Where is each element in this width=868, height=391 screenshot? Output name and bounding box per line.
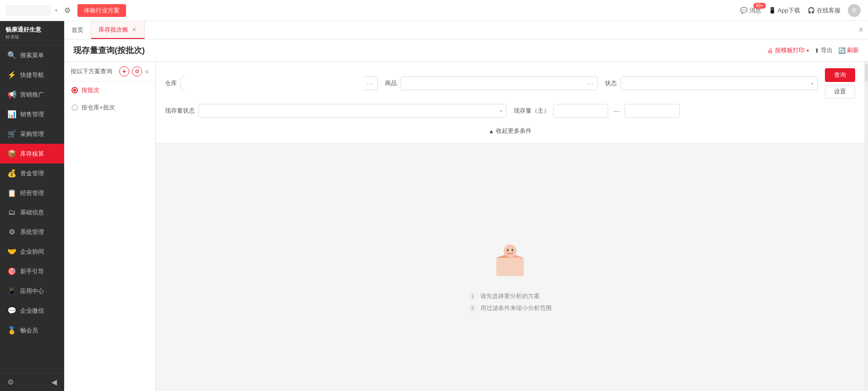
- topbar-gear-icon[interactable]: ⚙: [61, 4, 74, 17]
- tab-bar-close[interactable]: ×: [854, 21, 868, 39]
- qty-from-input[interactable]: [557, 108, 604, 114]
- sidebar-item-enterprise[interactable]: 🤝 企业协同: [0, 242, 64, 261]
- sidebar-item-basic[interactable]: 🗂 基础信息: [0, 203, 64, 222]
- sales-icon: 📊: [7, 110, 16, 119]
- svg-point-5: [511, 249, 513, 251]
- app-download-btn[interactable]: 📱 App下载: [769, 6, 800, 15]
- tab-bar: 首页 库存批次账 × ×: [64, 21, 868, 39]
- sidebar-label-purchase: 采购管理: [20, 130, 44, 138]
- inventory-qty-label: 现存量（主）: [514, 107, 549, 115]
- operations-icon: 📋: [7, 189, 16, 197]
- sidebar-label-sales: 销售管理: [20, 110, 44, 119]
- inventory-icon: 📦: [7, 149, 16, 158]
- form-row-2: 现存量状态 ▾ 现存量（主） —: [165, 104, 855, 118]
- page-header: 现存量查询(按批次) 🖨 按模板打印 ▾ ⬆ 导出 🔄 刷新: [64, 39, 868, 62]
- sidebar-label-finance: 资金管理: [20, 169, 44, 178]
- sidebar-item-wechat[interactable]: 💬 企业微信: [0, 301, 64, 320]
- sidebar-item-newuser[interactable]: 🎯 新手引导: [0, 261, 64, 281]
- dropdown-icon[interactable]: ▾: [55, 8, 57, 13]
- sidebar: 畅康通好生意 标准版 🔍 搜索菜单 ⚡ 快捷导航 📢 营销推广 📊 销售管理 🛒: [0, 21, 64, 391]
- page-close-icon[interactable]: ×: [858, 25, 863, 35]
- print-template-btn[interactable]: 🖨 按模板打印 ▾: [767, 46, 809, 54]
- newuser-icon: 🎯: [7, 267, 16, 276]
- empty-illustration: [487, 237, 533, 283]
- collapse-more-btn[interactable]: ▲ 收起更多条件: [165, 123, 855, 139]
- brand-name: 畅康通好生意: [5, 26, 59, 34]
- settings-button[interactable]: 设置: [825, 85, 855, 98]
- warehouse-label: 仓库: [165, 79, 177, 87]
- sidebar-item-operations[interactable]: 📋 经营管理: [0, 183, 64, 203]
- filter-panel: 按以下方案查询 + ⚙ « 按批次 按仓库+批次: [64, 62, 156, 391]
- svg-point-6: [505, 252, 508, 253]
- filter-scheme-by-warehouse-batch-label: 按仓库+批次: [82, 103, 115, 112]
- sidebar-item-system[interactable]: ⚙ 系统管理: [0, 222, 64, 242]
- right-scrollbar[interactable]: [864, 62, 868, 391]
- qty-from-wrapper[interactable]: [553, 104, 608, 118]
- messages-btn[interactable]: 💬 消息 99+: [740, 6, 761, 15]
- marketing-icon: 📢: [7, 90, 16, 99]
- search-menu-icon: 🔍: [7, 51, 16, 60]
- sidebar-label-operations: 经营管理: [20, 189, 44, 197]
- collapse-more-label: 收起更多条件: [496, 127, 532, 135]
- sidebar-item-inventory[interactable]: 📦 库存核算: [0, 144, 64, 163]
- right-content: 仓库 ··· 商品 ···: [156, 62, 864, 391]
- tab-home[interactable]: 首页: [64, 21, 91, 39]
- sidebar-label-system: 系统管理: [20, 228, 44, 236]
- inventory-status-select[interactable]: ▾: [198, 104, 506, 118]
- topbar-search[interactable]: [5, 5, 51, 16]
- tab-close-button[interactable]: ×: [131, 26, 137, 34]
- inventory-qty-field: 现存量（主） —: [514, 104, 855, 118]
- sidebar-label-marketing: 营销推广: [20, 91, 44, 99]
- filter-scheme-by-warehouse-batch[interactable]: 按仓库+批次: [64, 99, 155, 116]
- svg-point-4: [507, 249, 509, 251]
- sidebar-collapse-icon[interactable]: ◀: [51, 378, 57, 386]
- qty-to-wrapper[interactable]: [625, 104, 680, 118]
- goods-field: 商品 ···: [385, 76, 598, 90]
- search-input[interactable]: [10, 7, 47, 14]
- sidebar-item-purchase[interactable]: 🛒 采购管理: [0, 124, 64, 144]
- goods-input[interactable]: [405, 80, 585, 87]
- form-buttons: 查询 设置: [825, 68, 855, 98]
- filter-add-btn[interactable]: +: [119, 66, 129, 76]
- qty-to-input[interactable]: [629, 108, 676, 114]
- warehouse-input[interactable]: [185, 76, 365, 90]
- filter-panel-header: 按以下方案查询 + ⚙ «: [64, 62, 155, 81]
- query-button[interactable]: 查询: [825, 68, 855, 82]
- sidebar-settings-icon[interactable]: ⚙: [7, 378, 14, 386]
- sidebar-item-vip[interactable]: 🏅 畅会员: [0, 320, 64, 340]
- filter-settings-btn[interactable]: ⚙: [132, 66, 142, 76]
- status-caret-icon: ▾: [811, 81, 813, 86]
- refresh-label: 刷新: [847, 46, 859, 54]
- goods-dots[interactable]: ···: [587, 79, 593, 87]
- experience-button[interactable]: 体验行业方案: [77, 4, 126, 17]
- app-icon: 📱: [769, 7, 776, 14]
- export-btn[interactable]: ⬆ 导出: [814, 46, 833, 54]
- sidebar-label-search-menu: 搜索菜单: [20, 51, 44, 60]
- main-layout: 畅康通好生意 标准版 🔍 搜索菜单 ⚡ 快捷导航 📢 营销推广 📊 销售管理 🛒: [0, 21, 868, 391]
- filter-scheme-by-batch[interactable]: 按批次: [64, 81, 155, 99]
- online-service-btn[interactable]: 🎧 在线客服: [808, 6, 841, 15]
- tab-inventory-batch[interactable]: 库存批次账 ×: [91, 21, 145, 39]
- user-avatar[interactable]: R: [848, 4, 863, 17]
- refresh-btn[interactable]: 🔄 刷新: [838, 46, 859, 54]
- sidebar-item-sales[interactable]: 📊 销售管理: [0, 104, 64, 124]
- qty-divider: —: [612, 108, 621, 114]
- goods-label: 商品: [385, 79, 397, 87]
- sidebar-item-quick-nav[interactable]: ⚡ 快捷导航: [0, 65, 64, 85]
- inventory-status-caret-icon: ▾: [500, 109, 502, 114]
- sidebar-item-finance[interactable]: 💰 资金管理: [0, 163, 64, 183]
- sidebar-item-marketing[interactable]: 📢 营销推广: [0, 85, 64, 104]
- sidebar-label-quick-nav: 快捷导航: [20, 71, 44, 79]
- message-icon: 💬: [740, 7, 747, 14]
- warehouse-dots[interactable]: ···: [367, 79, 374, 87]
- topbar: ▾ ⚙ 体验行业方案 💬 消息 99+ 📱 App下载 🎧 在线客服 R: [0, 0, 868, 21]
- goods-input-wrapper[interactable]: ···: [401, 76, 598, 90]
- svg-rect-0: [496, 258, 524, 276]
- sidebar-item-search-menu[interactable]: 🔍 搜索菜单: [0, 45, 64, 65]
- filter-collapse-icon[interactable]: «: [145, 67, 149, 76]
- warehouse-input-wrapper[interactable]: ···: [181, 76, 378, 90]
- status-select[interactable]: ▾: [621, 76, 818, 90]
- radio-by-warehouse-batch: [71, 104, 78, 111]
- sidebar-item-appstore[interactable]: 📱 应用中心: [0, 281, 64, 301]
- empty-hint-1: 1 请先选择要分析的方案: [468, 292, 552, 300]
